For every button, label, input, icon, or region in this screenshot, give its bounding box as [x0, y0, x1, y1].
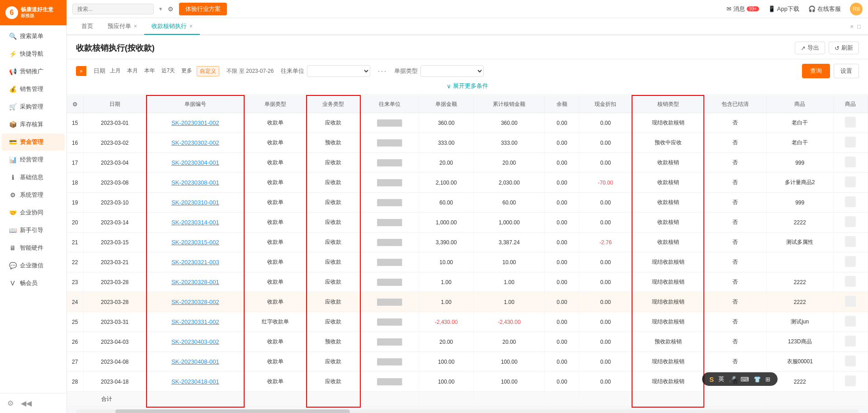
- tab-current[interactable]: 收款核销执行 ×: [144, 19, 200, 35]
- td-discount: 0.00: [579, 133, 632, 153]
- td-doc-no[interactable]: SK-20230321-003: [146, 252, 244, 272]
- horizontal-scrollbar[interactable]: [76, 409, 859, 413]
- export-button[interactable]: ↗ 导出: [795, 42, 825, 54]
- headset-icon: 🎧: [808, 5, 816, 12]
- sidebar-item-system[interactable]: ⚙ 系统管理: [2, 186, 65, 204]
- settings-gear-icon[interactable]: ⚙: [7, 399, 14, 408]
- td-included: 否: [704, 173, 766, 193]
- filter-expand-btn[interactable]: »: [76, 66, 86, 76]
- td-doc-no[interactable]: SK-20230328-001: [146, 272, 244, 292]
- sidebar-item-purchase[interactable]: 🛒 采购管理: [2, 98, 65, 115]
- sidebar-item-enterprise[interactable]: 🤝 企业协同: [2, 204, 65, 221]
- date-opt-this-year[interactable]: 本年: [142, 66, 157, 76]
- td-writeoff: 360.00: [474, 113, 545, 133]
- td-doc-no[interactable]: SK-20230408-001: [146, 352, 244, 372]
- sidebar-item-quick-nav[interactable]: ⚡ 快捷导航: [2, 45, 65, 62]
- doc-no-link[interactable]: SK-20230328-001: [171, 279, 219, 285]
- column-settings-icon[interactable]: ⚙: [72, 101, 78, 108]
- th-settings[interactable]: ⚙: [67, 95, 83, 113]
- td-discount: 0.00: [579, 332, 632, 352]
- doctype-filter-select[interactable]: [420, 65, 484, 77]
- td-doc-no[interactable]: SK-20230418-001: [146, 372, 244, 392]
- mic-icon[interactable]: 🎤: [729, 376, 736, 383]
- doc-no-link[interactable]: SK-20230321-003: [171, 259, 219, 266]
- td-writeoff: 1.00: [474, 272, 545, 292]
- sidebar-item-label: 营销推广: [20, 67, 43, 76]
- date-opt-this-month[interactable]: 本月: [125, 66, 140, 76]
- grid-icon[interactable]: ⊞: [765, 376, 770, 383]
- messages-button[interactable]: ✉ 消息 99+: [726, 5, 759, 13]
- doc-no-link[interactable]: SK-20230315-002: [171, 239, 219, 246]
- td-doc-no[interactable]: SK-20230328-002: [146, 292, 244, 312]
- date-opt-custom[interactable]: 自定义: [197, 66, 219, 76]
- td-doc-no[interactable]: SK-20230310-001: [146, 193, 244, 213]
- date-options: 上月 本月 本年 近7天 更多 自定义: [108, 66, 220, 76]
- td-doc-no[interactable]: SK-20230304-001: [146, 153, 244, 173]
- shirt-icon[interactable]: 👕: [754, 376, 761, 383]
- td-date: 2023-03-01: [83, 113, 146, 133]
- td-no: 19: [67, 193, 83, 213]
- td-doc-no[interactable]: SK-20230331-002: [146, 312, 244, 332]
- solution-button[interactable]: 体验行业方案: [179, 3, 227, 15]
- topbar-gear-icon[interactable]: ⚙: [168, 5, 174, 13]
- tab-home[interactable]: 首页: [74, 19, 100, 35]
- sidebar-item-inventory[interactable]: 📦 库存核算: [2, 116, 65, 133]
- setting-button[interactable]: 设置: [834, 64, 859, 78]
- partner-filter-select[interactable]: [307, 65, 370, 77]
- user-avatar[interactable]: Rit: [850, 3, 863, 15]
- doc-no-link[interactable]: SK-20230418-001: [171, 378, 219, 385]
- online-service-button[interactable]: 🎧 在线客服: [808, 5, 841, 13]
- doc-no-link[interactable]: SK-20230308-001: [171, 179, 219, 186]
- query-button[interactable]: 查询: [802, 64, 830, 78]
- doc-no-link[interactable]: SK-20230302-002: [171, 139, 219, 146]
- maximize-window-icon[interactable]: □: [857, 23, 861, 30]
- sidebar-item-marketing[interactable]: 📢 营销推广: [2, 63, 65, 80]
- td-doc-no[interactable]: SK-20230315-002: [146, 233, 244, 252]
- keyboard-icon[interactable]: ⌨: [741, 376, 749, 383]
- sidebar-item-newbie[interactable]: 📖 新手引导: [2, 222, 65, 239]
- doc-no-link[interactable]: SK-20230310-001: [171, 199, 219, 206]
- td-doc-no[interactable]: SK-20230403-002: [146, 332, 244, 352]
- doc-no-link[interactable]: SK-20230304-001: [171, 159, 219, 166]
- td-goods2: [833, 233, 868, 252]
- td-discount: 0.00: [579, 113, 632, 133]
- td-doc-no[interactable]: SK-20230301-002: [146, 113, 244, 133]
- doc-no-link[interactable]: SK-20230408-001: [171, 358, 219, 365]
- topbar-search-input[interactable]: [72, 4, 154, 14]
- sidebar-item-search[interactable]: 🔍 搜索菜单: [2, 28, 65, 45]
- filter-expand-row[interactable]: ∨ 展开更多条件: [76, 82, 859, 90]
- tab-payable[interactable]: 预应付单 ×: [100, 19, 144, 35]
- date-opt-7days[interactable]: 近7天: [160, 66, 177, 76]
- close-window-icon[interactable]: ×: [850, 23, 854, 30]
- tab-current-close[interactable]: ×: [189, 23, 193, 29]
- td-doc-no[interactable]: SK-20230302-002: [146, 133, 244, 153]
- sidebar-item-funds[interactable]: 💳 资金管理: [2, 133, 65, 151]
- tab-payable-close[interactable]: ×: [134, 23, 137, 29]
- expand-more-icon: ∨: [447, 83, 451, 90]
- doc-no-link[interactable]: SK-20230314-001: [171, 219, 219, 226]
- footer-biz-type: [307, 392, 360, 407]
- date-opt-last-month[interactable]: 上月: [108, 66, 123, 76]
- refresh-button[interactable]: ↺ 刷新: [829, 42, 859, 54]
- sidebar-item-sales[interactable]: 💰 销售管理: [2, 81, 65, 98]
- td-included: 否: [704, 133, 766, 153]
- sidebar-item-basic-info[interactable]: ℹ 基础信息: [2, 169, 65, 186]
- collapse-icon[interactable]: ◀◀: [21, 399, 32, 408]
- date-opt-more[interactable]: 更多: [179, 66, 194, 76]
- doc-no-link[interactable]: SK-20230328-002: [171, 299, 219, 305]
- td-doc-no[interactable]: SK-20230314-001: [146, 213, 244, 233]
- app-download-button[interactable]: 📱 App下载: [768, 5, 799, 13]
- date-range-display: 不限 至 2023-07-26: [226, 67, 274, 75]
- table-row: 182023-03-08SK-20230308-001收款单应收款██████2…: [67, 173, 868, 193]
- td-doc-no[interactable]: SK-20230308-001: [146, 173, 244, 193]
- td-biz-type: 应收款: [307, 252, 360, 272]
- sidebar-item-wechat[interactable]: 💬 企业微信: [2, 257, 65, 274]
- sidebar-item-operations[interactable]: 📊 经营管理: [2, 151, 65, 168]
- doc-no-link[interactable]: SK-20230301-002: [171, 119, 219, 126]
- messages-badge: 99+: [747, 6, 759, 11]
- sidebar-item-hardware[interactable]: 🖥 智能硬件: [2, 239, 65, 256]
- topbar-chevron-icon[interactable]: ▾: [159, 5, 162, 12]
- doc-no-link[interactable]: SK-20230331-002: [171, 318, 219, 325]
- sidebar-item-member[interactable]: V 畅会员: [2, 275, 65, 292]
- doc-no-link[interactable]: SK-20230403-002: [171, 338, 219, 345]
